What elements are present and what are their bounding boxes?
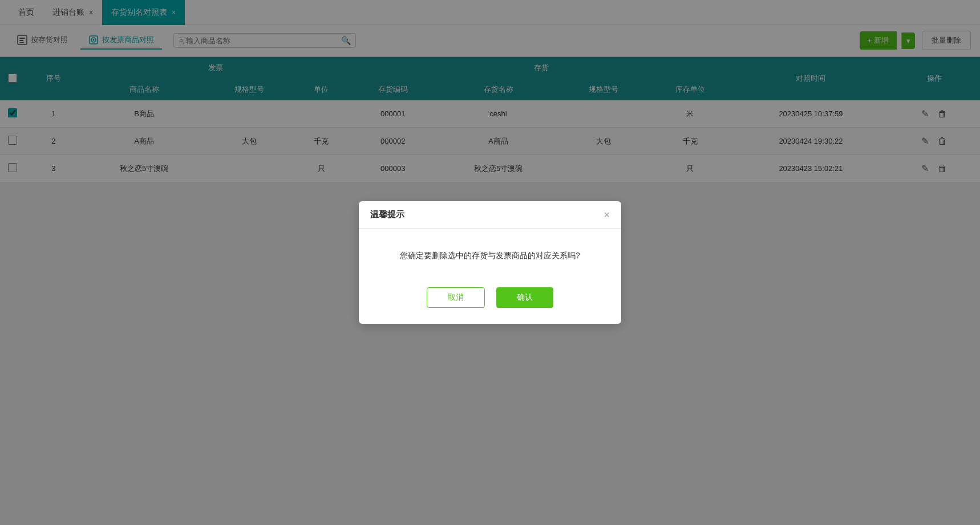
modal-overlay: 温馨提示 × 您确定要删除选中的存货与发票商品的对应关系吗? 取消 确认: [0, 0, 980, 182]
